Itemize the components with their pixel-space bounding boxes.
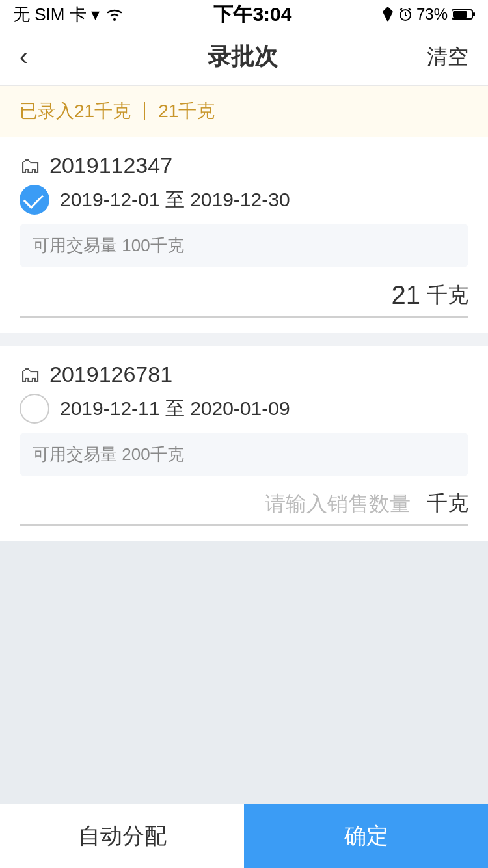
- auto-distribute-button[interactable]: 自动分配: [0, 804, 244, 868]
- batch1-date: 2019-12-01 至 2019-12-30: [60, 187, 290, 213]
- status-right: 73%: [381, 5, 475, 23]
- batch2-number: 2019126781: [49, 362, 172, 387]
- info-banner: 已录入21千克 21千克: [0, 86, 488, 137]
- batch1-qty-value: 21: [392, 280, 421, 310]
- recorded-value: 21千克: [158, 99, 215, 124]
- batch1-row[interactable]: 2019-12-01 至 2019-12-30: [0, 178, 488, 215]
- svg-rect-6: [453, 11, 467, 18]
- gray-area: [0, 541, 488, 828]
- batch1-qty-unit: 千克: [427, 281, 468, 310]
- batch2-icon: 🗂: [20, 362, 42, 387]
- confirm-button[interactable]: 确定: [244, 804, 488, 868]
- banner-divider: [144, 102, 145, 120]
- batch1-checkbox[interactable]: [20, 185, 49, 215]
- batch2-date: 2019-12-11 至 2020-01-09: [60, 396, 290, 422]
- batch1-qty-row: 21 千克: [0, 267, 488, 310]
- batch-item-2: 🗂 2019126781 2019-12-11 至 2020-01-09 可用交…: [0, 346, 488, 541]
- batch2-avail: 可用交易量 200千克: [20, 433, 468, 476]
- svg-point-0: [113, 18, 116, 21]
- batch2-unit: 千克: [427, 489, 468, 518]
- back-button[interactable]: ‹: [20, 43, 59, 71]
- alarm-icon: [398, 7, 413, 21]
- status-bar: 无 SIM 卡 ▾ 下午3:04 73%: [0, 0, 488, 29]
- batch2-input-row[interactable]: 千克: [0, 476, 488, 518]
- recorded-label: 已录入21千克: [20, 99, 131, 124]
- nav-bar: ‹ 录批次 清空: [0, 29, 488, 86]
- batch1-header: 🗂 2019112347: [0, 137, 488, 178]
- batch2-qty-input[interactable]: [20, 492, 420, 516]
- page-title: 录批次: [208, 41, 278, 73]
- batch1-icon: 🗂: [20, 153, 42, 178]
- status-left: 无 SIM 卡 ▾: [13, 3, 124, 26]
- svg-rect-5: [473, 12, 475, 16]
- batch1-number: 2019112347: [49, 153, 172, 178]
- batch2-header: 🗂 2019126781: [0, 346, 488, 387]
- batch2-checkbox[interactable]: [20, 394, 49, 424]
- batch2-bottom-gap: [0, 526, 488, 541]
- sim-label: 无 SIM 卡 ▾: [13, 3, 100, 26]
- batch1-bottom-gap: [0, 318, 488, 333]
- battery-icon: [452, 8, 475, 20]
- batch1-avail: 可用交易量 100千克: [20, 224, 468, 267]
- bottom-bar: 自动分配 确定: [0, 804, 488, 868]
- wifi-icon: [105, 7, 124, 21]
- batch2-row[interactable]: 2019-12-11 至 2020-01-09: [0, 387, 488, 424]
- battery-label: 73%: [416, 5, 448, 23]
- status-time: 下午3:04: [213, 1, 291, 28]
- batch-item-1: 🗂 2019112347 2019-12-01 至 2019-12-30 可用交…: [0, 137, 488, 333]
- section-gap-1: [0, 333, 488, 346]
- clear-button[interactable]: 清空: [427, 43, 468, 72]
- location-icon: [381, 7, 394, 22]
